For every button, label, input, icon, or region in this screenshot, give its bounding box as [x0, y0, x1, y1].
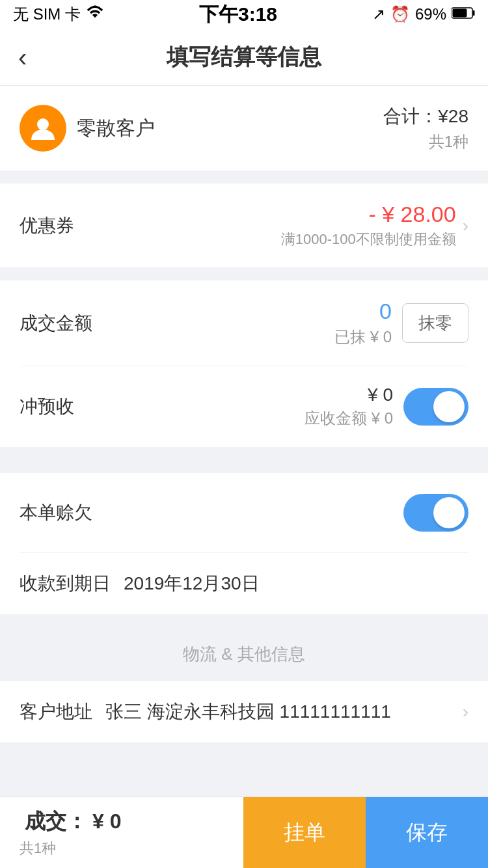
receivable-label: 应收金额 ¥ 0: [305, 408, 393, 429]
transaction-section: 成交金额 0 已抹 ¥ 0 抹零 冲预收 ¥ 0 应收金额 ¥ 0: [0, 280, 488, 447]
alarm-icon: ⏰: [390, 5, 410, 23]
svg-rect-2: [452, 9, 467, 18]
debt-toggle[interactable]: [403, 494, 468, 532]
bottom-transaction-label: 成交：¥ 0: [20, 807, 224, 836]
bottom-count: 共1种: [20, 839, 224, 858]
address-chevron: ›: [463, 701, 468, 722]
transaction-amount-col: 0 已抹 ¥ 0: [334, 299, 392, 347]
bottom-info: 成交：¥ 0 共1种: [0, 807, 243, 858]
debt-row: 本单赊欠: [20, 473, 468, 553]
logistics-header: 物流 & 其他信息: [0, 627, 488, 681]
logistics-title: 物流 & 其他信息: [183, 644, 305, 664]
address-value: 张三 海淀永丰科技园 11111111111: [105, 699, 463, 724]
customer-section: 零散客户 合计：¥28 共1种: [0, 86, 488, 170]
due-date-value[interactable]: 2019年12月30日: [124, 571, 260, 596]
divider-1: [0, 170, 488, 183]
battery-label: 69%: [415, 5, 446, 23]
total-count: 共1种: [383, 131, 468, 152]
svg-rect-1: [472, 10, 474, 16]
content: 零散客户 合计：¥28 共1种 优惠券 - ¥ 28.00 满1000-100不…: [0, 86, 488, 821]
location-icon: ↗: [372, 5, 385, 23]
transaction-amount-row: 成交金额 0 已抹 ¥ 0 抹零: [20, 280, 468, 366]
prepaid-label: 冲预收: [20, 394, 74, 419]
due-date-row: 收款到期日 2019年12月30日: [20, 553, 468, 614]
due-date-label: 收款到期日: [20, 571, 111, 596]
coupon-amount: - ¥ 28.00: [281, 202, 456, 227]
back-button[interactable]: ‹: [18, 44, 27, 70]
prepaid-row: 冲预收 ¥ 0 应收金额 ¥ 0: [20, 366, 468, 447]
address-section[interactable]: 客户地址 张三 海淀永丰科技园 11111111111 ›: [0, 681, 488, 743]
divider-2: [0, 267, 488, 280]
transaction-amount-value[interactable]: 0: [334, 299, 392, 324]
status-right: ↗ ⏰ 69%: [372, 5, 475, 23]
logistics-divider: [0, 614, 488, 627]
prepaid-right: ¥ 0 应收金额 ¥ 0: [305, 385, 468, 429]
status-time: 下午3:18: [199, 1, 277, 28]
chevron-right-icon: ›: [463, 215, 468, 236]
debt-label: 本单赊欠: [20, 500, 92, 525]
total-amount: 合计：¥28: [383, 104, 468, 129]
battery-icon: [452, 5, 475, 23]
save-button[interactable]: 保存: [366, 797, 488, 869]
address-chevron-icon: ›: [463, 701, 468, 722]
transaction-amount-right: 0 已抹 ¥ 0 抹零: [334, 299, 468, 347]
nav-bar: ‹ 填写结算等信息: [0, 29, 488, 86]
already-rounded-label: 已抹 ¥ 0: [334, 327, 392, 347]
transaction-amount-label: 成交金额: [20, 311, 92, 336]
coupon-right: - ¥ 28.00 满1000-100不限制使用金额 ›: [281, 202, 468, 249]
status-bar: 无 SIM 卡 下午3:18 ↗ ⏰ 69%: [0, 0, 488, 29]
credit-section: 本单赊欠 收款到期日 2019年12月30日: [0, 473, 488, 614]
bottom-transaction-value: ¥ 0: [92, 809, 121, 833]
svg-point-3: [37, 118, 49, 130]
prepaid-amount-col: ¥ 0 应收金额 ¥ 0: [305, 385, 393, 429]
customer-name: 零散客户: [77, 115, 155, 142]
customer-right: 合计：¥28 共1种: [383, 104, 468, 152]
round-off-button[interactable]: 抹零: [402, 303, 468, 343]
customer-left: 零散客户: [20, 105, 155, 152]
coupon-desc: 满1000-100不限制使用金额: [281, 230, 456, 249]
coupon-info: - ¥ 28.00 满1000-100不限制使用金额: [281, 202, 456, 249]
page-title: 填写结算等信息: [167, 42, 321, 72]
coupon-section[interactable]: 优惠券 - ¥ 28.00 满1000-100不限制使用金额 ›: [0, 183, 488, 267]
wifi-icon: [86, 3, 104, 25]
bottom-bar: 成交：¥ 0 共1种 挂单 保存: [0, 796, 488, 868]
hold-button[interactable]: 挂单: [243, 797, 366, 869]
status-left: 无 SIM 卡: [13, 3, 104, 25]
prepaid-amount: ¥ 0: [305, 385, 393, 405]
avatar: [20, 105, 66, 152]
prepaid-toggle[interactable]: [403, 388, 468, 426]
carrier-label: 无 SIM 卡: [13, 4, 81, 25]
address-label: 客户地址: [20, 699, 92, 724]
coupon-label: 优惠券: [20, 213, 74, 238]
divider-3: [0, 447, 488, 460]
